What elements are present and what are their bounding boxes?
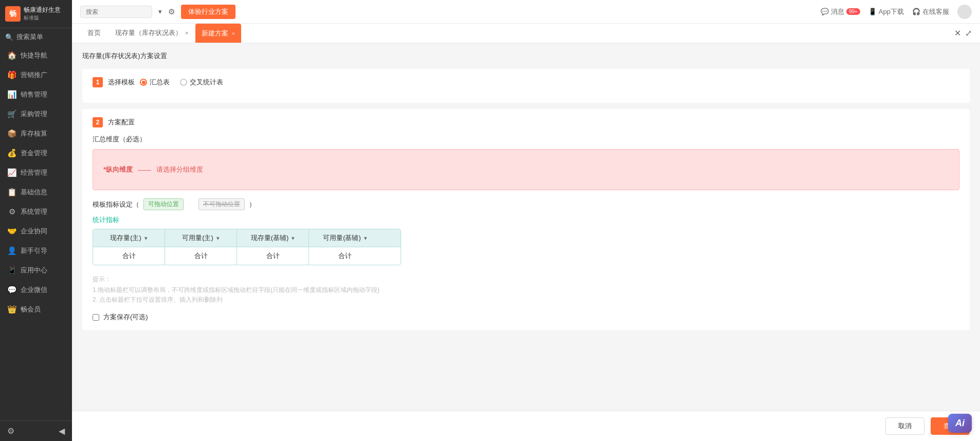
stats-cell-1-2: 合计 <box>165 247 237 265</box>
sidebar-item-enterprise-wechat[interactable]: 💬 企业微信 <box>0 280 72 300</box>
tab-new-scheme-close-icon[interactable]: × <box>231 30 234 36</box>
message-badge: 99+ <box>846 8 860 15</box>
tab-home[interactable]: 首页 <box>80 24 108 43</box>
clipboard-icon: 📋 <box>7 188 16 197</box>
sidebar-item-cooperation[interactable]: 🤝 企业协同 <box>0 222 72 241</box>
main-area: ▾ ⚙ 体验行业方案 💬 消息 99+ 📱 App下载 🎧 在线客服 首页 <box>72 0 980 441</box>
home-icon: 🏠 <box>7 51 16 60</box>
page-title: 现存量(库存状况表)方案设置 <box>82 51 970 61</box>
crown-icon: 👑 <box>7 305 16 314</box>
radio-summary-table[interactable]: 汇总表 <box>140 78 170 87</box>
dimension-section-label: 汇总维度（必选） <box>93 135 959 144</box>
app-name: 畅康通好生意 <box>24 6 61 14</box>
col4-label: 可用量(基辅) <box>323 233 361 243</box>
tip-2: 2. 点击标题栏下拉可设置排序、插入列和删除列 <box>93 296 959 304</box>
stats-table: 现存量(主) ▾ 可用量(主) ▾ 现存量(基辅) ▾ 可用量(基辅) <box>93 229 401 265</box>
headset-icon: 🎧 <box>912 8 920 15</box>
indicator-separator <box>188 200 194 209</box>
app-edition: 标准版 <box>24 14 61 22</box>
tab-controls: ✕ ⤢ <box>954 28 972 38</box>
radio-summary-dot <box>140 79 147 86</box>
collapse-icon[interactable]: ◀ <box>59 426 65 436</box>
money-icon: 💰 <box>7 149 16 158</box>
dimension-required-label: *纵向维度 <box>103 165 133 174</box>
tab-inventory-status[interactable]: 现存量（库存状况表） × <box>108 24 195 43</box>
sidebar-item-vip[interactable]: 👑 畅会员 <box>0 300 72 319</box>
step2-section: 2 方案配置 汇总维度（必选） *纵向维度 —— 请选择分组维度 模板指标设定（… <box>82 109 970 330</box>
stats-table-row-1: 合计 合计 合计 合计 <box>93 247 401 265</box>
sidebar-item-inventory[interactable]: 📦 库存核算 <box>0 124 72 143</box>
topbar-search-input[interactable] <box>80 6 152 18</box>
stats-col-header-2[interactable]: 可用量(主) ▾ <box>165 229 237 247</box>
cancel-button[interactable]: 取消 <box>885 417 924 435</box>
trial-industry-button[interactable]: 体验行业方案 <box>181 5 235 19</box>
page-content: 现存量(库存状况表)方案设置 1 选择模板 汇总表 交叉统计表 <box>72 43 980 411</box>
tab-new-scheme[interactable]: 新建方案 × <box>195 24 241 43</box>
settings-icon[interactable]: ⚙ <box>7 426 14 436</box>
sidebar-item-operations[interactable]: 📈 经营管理 <box>0 163 72 182</box>
col1-chevron-icon: ▾ <box>144 235 148 242</box>
sidebar-item-sales[interactable]: 📊 销售管理 <box>0 85 72 104</box>
indicator-close-paren: ） <box>249 200 256 209</box>
sidebar-label-marketing: 营销推广 <box>21 70 47 80</box>
sidebar: 畅 畅康通好生意 标准版 🔍 搜索菜单 🏠 快捷导航 🎁 营销推广 📊 销售管理… <box>0 0 72 441</box>
cart-icon: 🛒 <box>7 109 16 119</box>
stats-cell-1-1: 合计 <box>93 247 165 265</box>
topbar-dropdown-button[interactable]: ▾ <box>158 8 162 15</box>
service-label: 在线客服 <box>922 7 949 16</box>
tab-home-label: 首页 <box>87 28 101 38</box>
step1-section: 1 选择模板 汇总表 交叉统计表 <box>82 69 970 103</box>
dimension-hint: 请选择分组维度 <box>156 165 203 174</box>
save-row: 方案保存(可选) <box>93 313 959 322</box>
handshake-icon: 🤝 <box>7 227 16 236</box>
tab-inventory-label: 现存量（库存状况表） <box>115 28 182 38</box>
save-scheme-label: 方案保存(可选) <box>103 313 148 322</box>
user-avatar[interactable] <box>957 5 972 19</box>
phone-icon: 📱 <box>7 266 16 275</box>
step2-number: 2 <box>93 117 103 127</box>
stats-col-header-3[interactable]: 现存量(基辅) ▾ <box>237 229 309 247</box>
trend-icon: 📈 <box>7 168 16 177</box>
mobile-icon: 📱 <box>868 8 877 15</box>
step1-title: 选择模板 <box>108 78 135 87</box>
sidebar-label-operations: 经营管理 <box>21 168 47 177</box>
sidebar-logo: 畅 畅康通好生意 标准版 <box>0 0 72 28</box>
tab-new-scheme-label: 新建方案 <box>202 29 228 38</box>
app-logo-icon: 畅 <box>5 6 21 22</box>
sidebar-item-system[interactable]: ⚙ 系统管理 <box>0 202 72 222</box>
dimension-drop-area[interactable]: *纵向维度 —— 请选择分组维度 <box>93 149 959 190</box>
ai-badge[interactable]: Ai <box>948 414 972 433</box>
app-download-label: App下载 <box>879 7 904 16</box>
message-label: 消息 <box>831 7 844 16</box>
sidebar-label-purchase: 采购管理 <box>21 109 47 119</box>
app-download-button[interactable]: 📱 App下载 <box>868 7 904 16</box>
sidebar-label-sales: 销售管理 <box>21 90 47 99</box>
indicator-settings-row: 模板指标设定（ 可拖动位置 不可拖动位置 ） <box>93 198 959 210</box>
stats-col-header-1[interactable]: 现存量(主) ▾ <box>93 229 165 247</box>
tab-inventory-close-icon[interactable]: × <box>185 30 188 36</box>
sidebar-item-basic-info[interactable]: 📋 基础信息 <box>0 182 72 202</box>
topbar-gear-icon[interactable]: ⚙ <box>168 7 175 16</box>
message-button[interactable]: 💬 消息 99+ <box>821 7 860 16</box>
online-service-button[interactable]: 🎧 在线客服 <box>912 7 949 16</box>
sidebar-search[interactable]: 🔍 搜索菜单 <box>0 28 72 46</box>
person-icon: 👤 <box>7 246 16 255</box>
sidebar-label-inventory: 库存核算 <box>21 129 47 138</box>
sidebar-item-quick-nav[interactable]: 🏠 快捷导航 <box>0 46 72 65</box>
tips-title: 提示： <box>93 275 959 284</box>
tab-close-button[interactable]: ✕ <box>954 28 961 38</box>
tab-expand-button[interactable]: ⤢ <box>965 28 972 38</box>
stats-cell-1-3: 合计 <box>237 247 309 265</box>
radio-cross-table[interactable]: 交叉统计表 <box>180 78 223 87</box>
sidebar-item-app-center[interactable]: 📱 应用中心 <box>0 261 72 280</box>
sidebar-item-finance[interactable]: 💰 资金管理 <box>0 143 72 163</box>
sidebar-item-purchase[interactable]: 🛒 采购管理 <box>0 104 72 124</box>
topbar-right: 💬 消息 99+ 📱 App下载 🎧 在线客服 <box>821 5 972 19</box>
stats-col-header-4[interactable]: 可用量(基辅) ▾ <box>309 229 381 247</box>
message-icon: 💬 <box>821 8 829 15</box>
col2-label: 可用量(主) <box>182 233 213 243</box>
stats-section-label: 统计指标 <box>93 215 959 225</box>
sidebar-item-marketing[interactable]: 🎁 营销推广 <box>0 65 72 85</box>
sidebar-item-newcomer[interactable]: 👤 新手引导 <box>0 241 72 261</box>
save-scheme-checkbox[interactable] <box>93 314 99 321</box>
